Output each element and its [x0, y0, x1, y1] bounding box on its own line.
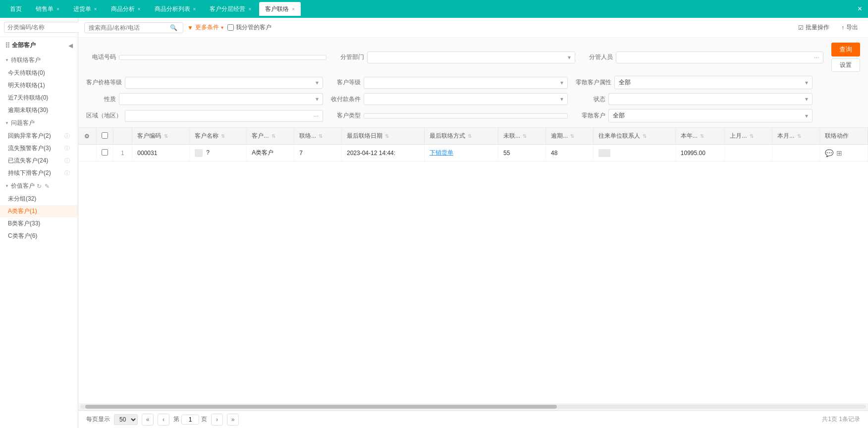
page-number-input[interactable]: [181, 415, 199, 425]
more-filter-button[interactable]: ▼ 更多条件 ▾: [187, 23, 223, 32]
sidebar-section-problem-title[interactable]: ▼ 问题客户: [0, 116, 78, 130]
close-all-tabs[interactable]: ×: [858, 4, 862, 13]
sidebar-item-churned[interactable]: 已流失客户(24) ⓘ: [0, 155, 78, 167]
filter-customer-level-select[interactable]: ▾: [364, 77, 568, 89]
horizontal-scrollbar[interactable]: [78, 403, 868, 410]
filter-person-select[interactable]: ···: [616, 52, 823, 63]
query-button[interactable]: 查询: [831, 43, 860, 56]
nav-tab-analysis-close[interactable]: ×: [138, 6, 141, 12]
sidebar-item-overdue[interactable]: 逾期未联络(30): [0, 104, 78, 116]
nav-tab-customer-contact[interactable]: 客户联络 ×: [259, 2, 301, 16]
col-history[interactable]: 往来单位联系人 ⇅: [593, 128, 675, 145]
filter-status-select[interactable]: ▾: [608, 93, 813, 105]
batch-action-label: 批量操作: [806, 23, 829, 32]
last-contact-link[interactable]: 下销货单: [430, 149, 453, 156]
filter-payment-select[interactable]: ▾: [364, 93, 568, 105]
col-last-type[interactable]: 最后联络方式 ⇅: [424, 128, 498, 145]
select-all-checkbox[interactable]: [102, 132, 108, 139]
nav-tab-customer-segment-close[interactable]: ×: [248, 6, 251, 12]
sort-last-month[interactable]: ⇅: [750, 133, 754, 139]
nav-tab-home[interactable]: 首页: [4, 2, 28, 16]
customer-search-input[interactable]: [89, 24, 168, 31]
col-last-month[interactable]: 上月... ⇅: [725, 128, 772, 145]
sort-no-contact[interactable]: ⇅: [523, 133, 527, 139]
sidebar-item-today[interactable]: 今天待联络(0): [0, 67, 78, 79]
nav-tab-customer-segment[interactable]: 客户分层经营 ×: [204, 2, 257, 16]
scrollbar-thumb[interactable]: [85, 405, 557, 409]
nav-tab-purchase[interactable]: 进货单 ×: [67, 2, 103, 16]
set-button[interactable]: 设置: [831, 58, 860, 72]
sidebar-collapse-button[interactable]: ◀: [68, 42, 73, 49]
col-no-contact[interactable]: 未联... ⇅: [498, 128, 546, 145]
search-input-icon[interactable]: 🔍: [170, 24, 177, 31]
sort-last-type[interactable]: ⇅: [468, 133, 472, 139]
nav-tab-customer-contact-close[interactable]: ×: [292, 6, 295, 12]
col-overdue[interactable]: 逾期... ⇅: [545, 128, 593, 145]
sort-history[interactable]: ⇅: [643, 133, 647, 139]
sidebar-item-ungrouped[interactable]: 未分组(32): [0, 193, 78, 205]
col-this-year[interactable]: 本年... ⇅: [675, 128, 725, 145]
col-this-month[interactable]: 本月... ⇅: [772, 128, 820, 145]
col-gear[interactable]: ⚙: [78, 128, 96, 145]
filter-price-level-select[interactable]: ▾: [125, 77, 323, 89]
refresh-icon[interactable]: ↻: [37, 183, 42, 190]
filter-retail-customer-select[interactable]: 全部 ▾: [608, 109, 813, 122]
sidebar-item-type-b[interactable]: B类客户(33): [0, 217, 78, 230]
sort-last-date[interactable]: ⇅: [385, 133, 389, 139]
row-checkbox[interactable]: [102, 149, 108, 156]
info-icon-churn-warning: ⓘ: [64, 145, 70, 152]
filter-nature-select[interactable]: ▾: [119, 93, 323, 105]
filter-dept-select[interactable]: ▾: [367, 52, 575, 63]
sidebar-section-pending-title[interactable]: ▼ 待联络客户: [0, 54, 78, 67]
sidebar-section-value-title[interactable]: ▼ 价值客户 ↻ ✎: [0, 179, 78, 193]
chat-action-icon[interactable]: 💬: [825, 149, 833, 157]
filter-phone-input[interactable]: [119, 55, 326, 60]
col-check[interactable]: [96, 128, 113, 145]
last-page-button[interactable]: »: [227, 414, 239, 426]
sidebar-item-type-c[interactable]: C类客户(6): [0, 230, 78, 242]
row-last-type[interactable]: 下销货单: [424, 145, 498, 161]
sidebar-item-abnormal[interactable]: 回购异常客户(2) ⓘ: [0, 130, 78, 142]
nav-tab-analysis-list-close[interactable]: ×: [193, 6, 196, 12]
col-contact[interactable]: 联络... ⇅: [294, 128, 342, 145]
filter-region-select[interactable]: ···: [125, 110, 323, 122]
sidebar-search-input[interactable]: [4, 22, 85, 33]
sidebar-item-tomorrow[interactable]: 明天待联络(1): [0, 79, 78, 92]
col-name[interactable]: 客户名称 ⇅: [189, 128, 246, 145]
nav-tab-purchase-close[interactable]: ×: [94, 6, 97, 12]
sort-name[interactable]: ⇅: [221, 133, 225, 139]
export-button[interactable]: ↑ 导出: [837, 22, 862, 33]
batch-action-button[interactable]: ☑ 批量操作: [794, 22, 833, 33]
sort-this-year[interactable]: ⇅: [700, 133, 704, 139]
filter-retail-attr-select[interactable]: 全部 ▾: [614, 76, 813, 89]
my-customers-checkbox[interactable]: [227, 24, 234, 31]
row-name[interactable]: ?: [189, 145, 246, 161]
next-page-button[interactable]: ›: [211, 414, 223, 426]
sort-overdue[interactable]: ⇅: [570, 133, 574, 139]
nav-tab-sales[interactable]: 销售单 ×: [30, 2, 65, 16]
sort-contact[interactable]: ⇅: [319, 133, 323, 139]
sort-type[interactable]: ⇅: [271, 133, 275, 139]
sidebar-item-declining[interactable]: 持续下滑客户(2) ⓘ: [0, 167, 78, 179]
sidebar-item-type-a[interactable]: A类客户(1): [0, 205, 78, 217]
nav-tab-sales-close[interactable]: ×: [56, 6, 59, 12]
grid-action-icon[interactable]: ⊞: [836, 149, 842, 157]
first-page-button[interactable]: «: [142, 414, 154, 426]
sidebar-item-7days[interactable]: 近7天待联络(0): [0, 92, 78, 104]
col-code[interactable]: 客户编码 ⇅: [132, 128, 189, 145]
sort-this-month[interactable]: ⇅: [797, 133, 801, 139]
sidebar-item-churn-warning[interactable]: 流失预警客户(3) ⓘ: [0, 142, 78, 155]
edit-icon[interactable]: ✎: [45, 183, 50, 190]
prev-page-button[interactable]: ‹: [158, 414, 169, 426]
page-size-select[interactable]: 50: [114, 414, 138, 425]
sort-code[interactable]: ⇅: [164, 133, 168, 139]
scrollbar-track[interactable]: [80, 405, 866, 409]
nav-tab-analysis-list[interactable]: 商品分析列表 ×: [149, 2, 202, 16]
col-last-date[interactable]: 最后联络日期 ⇅: [341, 128, 424, 145]
my-customers-checkbox-label[interactable]: 我分管的客户: [227, 23, 271, 32]
nav-tab-analysis[interactable]: 商品分析 ×: [105, 2, 147, 16]
row-check[interactable]: [96, 145, 113, 161]
filter-customer-type-select[interactable]: [364, 113, 568, 118]
sidebar-all-customers[interactable]: ⠿ 全部客户: [5, 41, 36, 50]
col-type[interactable]: 客户... ⇅: [247, 128, 294, 145]
